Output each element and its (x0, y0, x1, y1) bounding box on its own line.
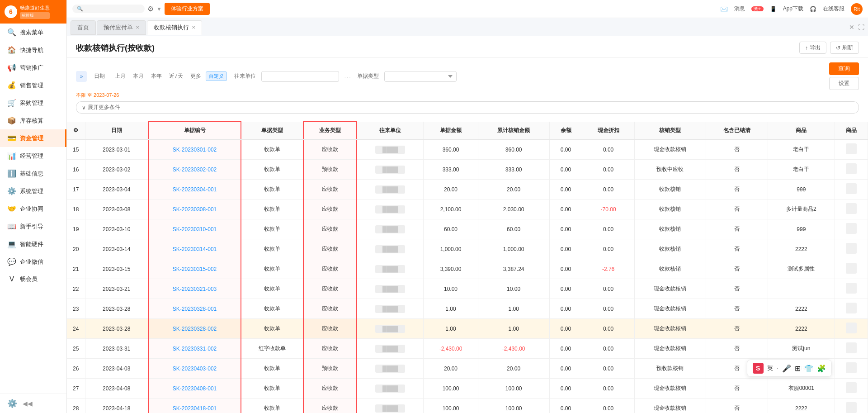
cell-balance: 0.00 (549, 180, 582, 199)
goods-thumbnail (846, 323, 857, 333)
collapse-icon[interactable]: ◀◀ (23, 400, 33, 407)
expand-more-button[interactable]: ∨ 展开更多条件 (76, 101, 859, 114)
tab-close-collection[interactable]: ✕ (192, 25, 195, 30)
doctype-filter-select[interactable] (384, 71, 457, 82)
partner-masked: ████ (375, 285, 405, 293)
date-custom-btn[interactable]: 自定义 (206, 71, 227, 81)
cell-amount: 60.00 (424, 219, 478, 239)
sougou-grid-icon: ⊞ (795, 364, 801, 373)
filter-settings-button[interactable]: 设置 (829, 77, 859, 90)
docno-link[interactable]: SK-20230304-001 (173, 186, 217, 193)
sidebar-item-wechat[interactable]: 💬企业微信 (0, 253, 66, 271)
goods-thumbnail (846, 243, 857, 254)
sidebar-item-hardware[interactable]: 💻智能硬件 (0, 235, 66, 253)
tab-maximize-icon[interactable]: ⛶ (858, 24, 864, 31)
cell-rownum: 18 (67, 199, 85, 219)
sidebar-item-sales[interactable]: 💰销售管理 (0, 76, 66, 94)
goods-thumbnail (846, 163, 857, 174)
partner-masked: ████ (375, 245, 405, 253)
cell-include_settled: 否 (706, 219, 768, 239)
cell-amount: 100.00 (424, 379, 478, 399)
message-icon[interactable]: ✉️ (720, 5, 728, 13)
tab-collection[interactable]: 收款核销执行✕ (147, 20, 202, 35)
tab-close-icon[interactable]: ✕ (849, 24, 854, 31)
sidebar-label-purchase: 采购管理 (20, 99, 43, 107)
cell-docno: SK-20230328-002 (148, 319, 241, 339)
cell-writeoff_type: 预收中应收 (634, 160, 706, 180)
cell-goods: 老白干 (768, 160, 835, 180)
docno-link[interactable]: SK-20230331-002 (173, 346, 217, 352)
partner-filter-input[interactable] (261, 71, 339, 82)
cell-docno: SK-20230328-001 (148, 299, 241, 319)
sidebar-item-finance[interactable]: 💳资金管理 (0, 129, 66, 147)
settings-icon[interactable]: ⚙️ (7, 399, 17, 408)
docno-link[interactable]: SK-20230408-001 (173, 385, 217, 392)
cell-partner: ████ (357, 379, 424, 399)
date-7days-btn[interactable]: 近7天 (166, 71, 186, 81)
sidebar-label-system: 系统管理 (20, 187, 43, 195)
cell-writeoff_amount: 360.00 (478, 139, 549, 160)
user-avatar[interactable]: Rit (851, 3, 863, 15)
topbar-search-box[interactable]: 🔍 (72, 5, 145, 13)
docno-link[interactable]: SK-20230301-002 (173, 147, 217, 153)
tab-home[interactable]: 首页 (71, 20, 96, 35)
docno-link[interactable]: SK-20230418-001 (173, 405, 217, 412)
sidebar-item-purchase[interactable]: 🛒采购管理 (0, 94, 66, 112)
sidebar-label-marketing: 营销推广 (20, 64, 43, 72)
cell-goods: 2222 (768, 319, 835, 339)
cell-writeoff_type: 收款核销 (634, 180, 706, 199)
sidebar-item-operation[interactable]: 📊经营管理 (0, 147, 66, 165)
goods-thumbnail (846, 143, 857, 154)
topbar-gear-icon[interactable]: ⚙ (147, 5, 154, 13)
docno-link[interactable]: SK-20230314-001 (173, 246, 217, 252)
docno-link[interactable]: SK-20230321-003 (173, 286, 217, 292)
date-this-year-btn[interactable]: 本年 (148, 71, 165, 81)
tab-close-prepay[interactable]: ✕ (136, 25, 139, 30)
cell-biztype: 应收款 (303, 379, 356, 399)
sidebar-item-basic[interactable]: ℹ️基础信息 (0, 165, 66, 182)
sidebar-item-guide[interactable]: 📖新手引导 (0, 218, 66, 235)
cell-writeoff_amount: 100.00 (478, 379, 549, 399)
filter-expand-button[interactable]: » (76, 71, 87, 82)
date-more-btn[interactable]: 更多 (188, 71, 204, 81)
docno-link[interactable]: SK-20230328-001 (173, 306, 217, 312)
cell-docno: SK-20230302-002 (148, 160, 241, 180)
cell-goods (768, 279, 835, 299)
sidebar-item-system[interactable]: ⚙️系统管理 (0, 182, 66, 200)
topbar-chevron-icon[interactable]: ▼ (156, 6, 162, 12)
cell-biztype: 应收款 (303, 180, 356, 199)
filter-row-1: » 日期 上月 本月 本年 近7天 更多 自定义 往来单位 ... 单据类型 (76, 62, 859, 90)
tab-prepay[interactable]: 预付应付单✕ (97, 20, 146, 35)
sidebar-item-quicknav[interactable]: 🏠快捷导航 (0, 41, 66, 59)
refresh-button[interactable]: ↺ 刷新 (830, 42, 859, 54)
online-service-label[interactable]: 在线客服 (823, 5, 844, 13)
sidebar-item-search[interactable]: 🔍搜索菜单 (0, 24, 66, 41)
sidebar-item-inventory[interactable]: 📦库存核算 (0, 112, 66, 129)
docno-link[interactable]: SK-20230403-002 (173, 366, 217, 372)
sidebar-item-member[interactable]: V畅会员 (0, 271, 66, 288)
cell-writeoff_amount: 10.00 (478, 279, 549, 299)
docno-link[interactable]: SK-20230310-001 (173, 226, 217, 233)
cell-include_settled: 否 (706, 339, 768, 359)
cell-amount: 20.00 (424, 359, 478, 379)
sidebar-item-coop[interactable]: 🤝企业协同 (0, 200, 66, 218)
sidebar-label-quicknav: 快捷导航 (20, 46, 43, 54)
export-button[interactable]: ↑ 导出 (799, 42, 826, 54)
sidebar-item-marketing[interactable]: 📢营销推广 (0, 59, 66, 76)
date-this-month-btn[interactable]: 本月 (130, 71, 146, 81)
cell-writeoff_amount: 2,030.00 (478, 199, 549, 219)
date-last-month-btn[interactable]: 上月 (112, 71, 128, 81)
query-button[interactable]: 查询 (829, 62, 859, 75)
cell-goods2 (835, 319, 868, 339)
message-label[interactable]: 消息 (734, 5, 745, 13)
cell-goods: 测试jun (768, 339, 835, 359)
docno-link[interactable]: SK-20230302-002 (173, 166, 217, 173)
cell-partner: ████ (357, 259, 424, 279)
docno-link[interactable]: SK-20230328-002 (173, 326, 217, 332)
app-download-label[interactable]: App下载 (783, 5, 803, 13)
docno-link[interactable]: SK-20230315-002 (173, 266, 217, 272)
sidebar-icon-member: V (7, 275, 16, 283)
partner-masked: ████ (375, 146, 405, 154)
docno-link[interactable]: SK-20230308-001 (173, 206, 217, 213)
industry-solution-button[interactable]: 体验行业方案 (165, 3, 210, 15)
